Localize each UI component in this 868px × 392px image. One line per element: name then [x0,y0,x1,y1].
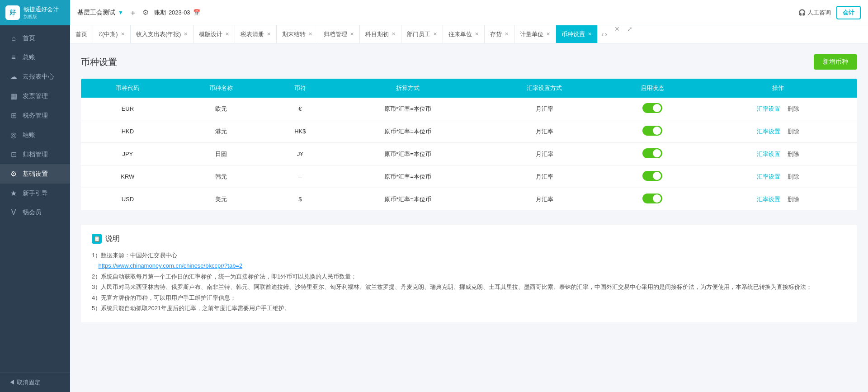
tab-close-partner[interactable]: ✕ [475,31,479,37]
new-currency-button[interactable]: 新增币种 [814,54,857,70]
tab-close-balance[interactable]: ✕ [121,31,125,37]
rate-method: 月汇率 [483,98,606,120]
tab-close-dept[interactable]: ✕ [433,31,437,37]
tab-template[interactable]: 模版设计✕ [193,25,235,43]
delete-link[interactable]: 删除 [788,105,799,112]
tab-dept[interactable]: 部门员工✕ [401,25,443,43]
sidebar-item-member[interactable]: V畅会员 [0,203,70,222]
tab-inventory[interactable]: 存货✕ [485,25,514,43]
enabled-status-cell [606,120,699,143]
expand-button[interactable]: ⤢ [623,25,636,43]
enable-toggle[interactable] [642,194,662,203]
action-cell: 汇率设置删除 [699,165,857,188]
tab-label-partner: 往来单位 [448,30,472,38]
tab-prev-arrow[interactable]: ‹ [601,30,604,38]
delete-link[interactable]: 删除 [788,128,799,135]
general-ledger-icon: ≡ [9,53,18,61]
tax-icon: ⊞ [9,111,18,120]
tab-label-inventory: 存货 [490,30,502,38]
rate-settings-link[interactable]: 汇率设置 [757,151,780,157]
sidebar-item-tax[interactable]: ⊞税务管理 [0,106,70,125]
tab-tax-clear[interactable]: 税表清册✕ [235,25,277,43]
currency-table: 币种代码币种名称币符折算方式汇率设置方式启用状态操作 EUR欧元€原币*汇率=本… [81,79,857,210]
currency-code: HKD [81,120,175,143]
tab-partner[interactable]: 往来单位✕ [443,25,485,43]
tabbar: 首页ℰ(中期)✕收入支出表(年报)✕模版设计✕税表清册✕期末结转✕归档管理✕科目… [70,25,868,43]
tab-label-tax-clear: 税表清册 [241,30,264,38]
sidebar-item-archive[interactable]: ⊡归档管理 [0,145,70,164]
tab-home[interactable]: 首页 [70,25,93,43]
notice-section: 📋 说明 1）数据来源：中国外汇交易中心 https://www.chinamo… [81,225,857,322]
tab-close-subject-init[interactable]: ✕ [392,31,396,37]
enable-toggle[interactable] [642,148,662,158]
topbar-help-button[interactable]: 🎧 人工咨询 [798,9,831,17]
rate-settings-link[interactable]: 汇率设置 [757,128,780,135]
sidebar-item-reports[interactable]: ☁云报表中心 [0,67,70,86]
table-row: EUR欧元€原币*汇率=本位币月汇率汇率设置删除 [81,98,857,120]
rate-settings-link[interactable]: 汇率设置 [757,173,780,180]
logo-icon: 好 [5,5,20,20]
action-cell: 汇率设置删除 [699,120,857,143]
sidebar-bottom-toggle[interactable]: ◀ 取消固定 [0,373,70,392]
sidebar-nav: ⌂首页≡总账☁云报表中心▦发票管理⊞税务管理◎结账⊡归档管理⚙基础设置★新手引导… [0,25,70,373]
tab-close-archive[interactable]: ✕ [350,31,354,37]
tab-close-tax-clear[interactable]: ✕ [267,31,271,37]
rate-settings-link[interactable]: 汇率设置 [757,105,780,112]
notice-item: 2）系统自动获取每月第一个工作日的汇率标价，统一为直接标价法，即1外币可以兑换的… [92,271,846,282]
enable-toggle[interactable] [642,126,662,136]
sidebar-item-guide[interactable]: ★新手引导 [0,184,70,203]
currency-symbol: € [268,98,332,120]
delete-link[interactable]: 删除 [788,196,799,203]
enabled-status-cell [606,143,699,165]
currency-symbol: HK$ [268,120,332,143]
invoice-icon: ▦ [9,92,18,100]
sidebar-label-archive: 归档管理 [23,151,48,159]
tab-income-report[interactable]: 收入支出表(年报)✕ [131,25,194,43]
rate-method: 月汇率 [483,143,606,165]
tab-label-dept: 部门员工 [407,30,430,38]
tab-unit[interactable]: 计量单位✕ [514,25,556,43]
currency-name: 韩元 [175,165,268,188]
topbar-company: 基层工会测试 ▼ [77,9,123,17]
delete-link[interactable]: 删除 [788,173,799,180]
sidebar-item-settings[interactable]: ⚙基础设置 [0,164,70,184]
tab-label-balance: ℰ(中期) [99,30,118,38]
sidebar-item-close[interactable]: ◎结账 [0,125,70,145]
tab-label-archive: 归档管理 [324,30,347,38]
notice-link[interactable]: https://www.chinamoney.com.cn/chinese/bk… [98,262,242,269]
table-row: KRW韩元--原币*汇率=本位币月汇率汇率设置删除 [81,165,857,188]
enable-toggle[interactable] [642,103,662,113]
rate-settings-link[interactable]: 汇率设置 [757,196,780,203]
topbar-settings-button[interactable]: ⚙ [142,8,149,17]
calendar-icon[interactable]: 📅 [193,9,200,16]
sidebar-label-member: 畅会员 [23,208,42,217]
topbar-kuaiji-button[interactable]: 会计 [836,6,861,19]
calc-method: 原币*汇率=本位币 [332,143,483,165]
company-dropdown-icon[interactable]: ▼ [118,9,123,16]
tab-subject-init[interactable]: 科目期初✕ [360,25,401,43]
guide-icon: ★ [9,189,18,198]
tab-close-template[interactable]: ✕ [225,31,229,37]
notice-item: 1）数据来源：中国外汇交易中心 [92,250,846,260]
col-header-启用状态: 启用状态 [606,79,699,98]
tab-close-currency[interactable]: ✕ [588,31,592,37]
sidebar-item-home[interactable]: ⌂首页 [0,29,70,48]
tab-next-arrow[interactable]: › [605,30,607,38]
currency-symbol: -- [268,165,332,188]
tab-close-inventory[interactable]: ✕ [505,31,509,37]
tab-period-end[interactable]: 期末结转✕ [277,25,318,43]
currency-symbol: $ [268,188,332,211]
tab-balance[interactable]: ℰ(中期)✕ [93,25,131,43]
tab-close-unit[interactable]: ✕ [546,31,550,37]
delete-link[interactable]: 删除 [788,151,799,157]
tab-archive[interactable]: 归档管理✕ [318,25,360,43]
tab-close-income-report[interactable]: ✕ [184,31,188,37]
sidebar-item-general-ledger[interactable]: ≡总账 [0,48,70,67]
enable-toggle[interactable] [642,171,662,181]
close-all-tabs-button[interactable]: ✕ [611,25,623,43]
topbar-add-button[interactable]: ＋ [129,7,137,18]
tab-currency[interactable]: 币种设置✕ [556,25,598,43]
sidebar-item-invoice[interactable]: ▦发票管理 [0,86,70,106]
currency-name: 港元 [175,120,268,143]
tab-close-period-end[interactable]: ✕ [308,31,312,37]
